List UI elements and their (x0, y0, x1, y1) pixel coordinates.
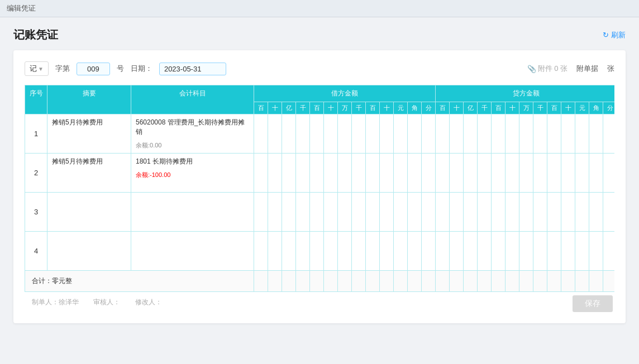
debit-digit-cell-r3-c0[interactable] (254, 232, 268, 271)
attachment-link[interactable]: 📎 附件 0 张 (527, 64, 568, 74)
debit-digit-cell-r0-c7[interactable] (352, 114, 366, 154)
credit-digit-cell-r3-c9[interactable] (561, 232, 575, 271)
credit-digit-cell-r3-c11[interactable] (589, 232, 603, 271)
credit-digit-cell-r0-c5[interactable] (506, 114, 519, 154)
debit-digit-cell-r2-c10[interactable] (394, 193, 408, 232)
debit-digit-cell-r2-c12[interactable] (422, 193, 436, 232)
credit-digit-cell-r2-c3[interactable] (478, 193, 492, 232)
credit-digit-cell-r1-c5[interactable] (506, 154, 519, 193)
debit-digit-cell-r2-c8[interactable] (366, 193, 380, 232)
debit-digit-cell-r2-c1[interactable] (268, 193, 282, 232)
debit-digit-cell-r1-c9[interactable] (380, 154, 394, 193)
credit-digit-cell-r2-c12[interactable] (603, 193, 614, 232)
debit-digit-cell-r2-c3[interactable] (296, 193, 310, 232)
debit-digit-cell-r1-c8[interactable] (366, 154, 380, 193)
credit-digit-cell-r1-c9[interactable] (561, 154, 575, 193)
debit-digit-cell-r0-c12[interactable] (422, 114, 436, 154)
credit-digit-cell-r2-c11[interactable] (589, 193, 603, 232)
credit-digit-cell-r1-c1[interactable] (450, 154, 464, 193)
debit-digit-cell-r0-c5[interactable] (324, 114, 338, 154)
debit-digit-cell-r3-c8[interactable] (366, 232, 380, 271)
debit-digit-cell-r1-c10[interactable] (394, 154, 408, 193)
credit-digit-cell-r1-c2[interactable] (464, 154, 478, 193)
credit-digit-cell-r3-c7[interactable] (533, 232, 547, 271)
date-input[interactable] (159, 63, 226, 75)
debit-digit-cell-r1-c7[interactable] (352, 154, 366, 193)
debit-digit-cell-r3-c4[interactable] (310, 232, 324, 271)
debit-digit-cell-r0-c8[interactable] (366, 114, 380, 154)
debit-digit-cell-r3-c2[interactable] (282, 232, 296, 271)
credit-digit-cell-r1-c3[interactable] (478, 154, 492, 193)
credit-digit-cell-r2-c8[interactable] (547, 193, 561, 232)
refresh-button[interactable]: ↻ 刷新 (603, 30, 626, 40)
debit-digit-cell-r1-c1[interactable] (268, 154, 282, 193)
credit-digit-cell-r2-c4[interactable] (492, 193, 506, 232)
credit-digit-cell-r3-c8[interactable] (547, 232, 561, 271)
debit-digit-cell-r3-c12[interactable] (422, 232, 436, 271)
debit-digit-cell-r2-c2[interactable] (282, 193, 296, 232)
credit-digit-cell-r0-c8[interactable] (547, 114, 561, 154)
debit-digit-cell-r0-c10[interactable] (394, 114, 408, 154)
debit-digit-cell-r3-c7[interactable] (352, 232, 366, 271)
credit-digit-cell-r1-c10[interactable] (575, 154, 589, 193)
row-subject-3[interactable] (131, 232, 254, 271)
debit-digit-cell-r3-c1[interactable] (268, 232, 282, 271)
credit-digit-cell-r2-c6[interactable] (519, 193, 533, 232)
credit-digit-cell-r3-c6[interactable] (519, 232, 533, 271)
debit-digit-cell-r3-c9[interactable] (380, 232, 394, 271)
credit-digit-cell-r3-c12[interactable] (603, 232, 614, 271)
debit-digit-cell-r1-c3[interactable] (296, 154, 310, 193)
credit-digit-cell-r3-c3[interactable] (478, 232, 492, 271)
credit-digit-cell-r0-c10[interactable] (575, 114, 589, 154)
row-subject-0[interactable]: 56020008 管理费用_长期待摊费用摊销余额:0.00 (131, 114, 254, 154)
credit-digit-cell-r0-c11[interactable] (589, 114, 603, 154)
debit-digit-cell-r3-c11[interactable] (408, 232, 422, 271)
row-subject-2[interactable] (131, 193, 254, 232)
credit-digit-cell-r0-c0[interactable] (436, 114, 450, 154)
debit-digit-cell-r1-c11[interactable] (408, 154, 422, 193)
credit-digit-cell-r1-c8[interactable] (547, 154, 561, 193)
credit-digit-cell-r0-c12[interactable] (603, 114, 614, 154)
row-memo-1[interactable]: 摊销5月待摊费用 (47, 154, 131, 193)
debit-digit-cell-r0-c0[interactable] (254, 114, 268, 154)
credit-digit-cell-r2-c9[interactable] (561, 193, 575, 232)
debit-digit-cell-r3-c10[interactable] (394, 232, 408, 271)
credit-digit-cell-r2-c5[interactable] (506, 193, 519, 232)
credit-digit-cell-r0-c1[interactable] (450, 114, 464, 154)
row-subject-1[interactable]: 1801 长期待摊费用余额:-100.00 (131, 154, 254, 193)
debit-digit-cell-r0-c2[interactable] (282, 114, 296, 154)
save-button[interactable]: 保存 (573, 295, 613, 312)
debit-digit-cell-r2-c4[interactable] (310, 193, 324, 232)
credit-digit-cell-r2-c10[interactable] (575, 193, 589, 232)
debit-digit-cell-r0-c3[interactable] (296, 114, 310, 154)
debit-digit-cell-r3-c3[interactable] (296, 232, 310, 271)
credit-digit-cell-r0-c2[interactable] (464, 114, 478, 154)
credit-digit-cell-r3-c4[interactable] (492, 232, 506, 271)
credit-digit-cell-r2-c7[interactable] (533, 193, 547, 232)
credit-digit-cell-r1-c12[interactable] (603, 154, 614, 193)
voucher-number-input[interactable] (77, 63, 110, 75)
credit-digit-cell-r1-c11[interactable] (589, 154, 603, 193)
debit-digit-cell-r2-c6[interactable] (338, 193, 352, 232)
debit-digit-cell-r2-c5[interactable] (324, 193, 338, 232)
credit-digit-cell-r3-c2[interactable] (464, 232, 478, 271)
credit-digit-cell-r3-c0[interactable] (436, 232, 450, 271)
debit-digit-cell-r2-c7[interactable] (352, 193, 366, 232)
debit-digit-cell-r1-c5[interactable] (324, 154, 338, 193)
credit-digit-cell-r0-c6[interactable] (519, 114, 533, 154)
credit-digit-cell-r1-c7[interactable] (533, 154, 547, 193)
credit-digit-cell-r3-c10[interactable] (575, 232, 589, 271)
debit-digit-cell-r1-c12[interactable] (422, 154, 436, 193)
credit-digit-cell-r2-c2[interactable] (464, 193, 478, 232)
credit-digit-cell-r0-c4[interactable] (492, 114, 506, 154)
attach-single-button[interactable]: 附单据 (576, 64, 598, 74)
credit-digit-cell-r2-c1[interactable] (450, 193, 464, 232)
row-memo-2[interactable] (47, 193, 131, 232)
credit-digit-cell-r1-c0[interactable] (436, 154, 450, 193)
credit-digit-cell-r0-c9[interactable] (561, 114, 575, 154)
credit-digit-cell-r3-c5[interactable] (506, 232, 519, 271)
credit-digit-cell-r3-c1[interactable] (450, 232, 464, 271)
debit-digit-cell-r0-c9[interactable] (380, 114, 394, 154)
credit-digit-cell-r0-c7[interactable] (533, 114, 547, 154)
credit-digit-cell-r0-c3[interactable] (478, 114, 492, 154)
